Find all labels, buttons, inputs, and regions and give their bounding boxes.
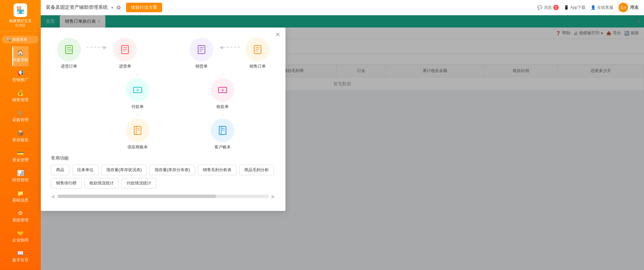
- sales-icon: [190, 38, 213, 61]
- flow-item-receipt[interactable]: ¥ 收款单: [201, 78, 245, 110]
- quick-nav-popup: ✕ 进货订单 ▶ 进货单: [41, 28, 285, 211]
- payment-label: 付款单: [132, 104, 144, 110]
- svg-rect-8: [198, 46, 205, 54]
- message-icon: 💬: [537, 5, 542, 10]
- func-btn-5[interactable]: 商品毛利分析: [239, 165, 274, 175]
- payment-icon: ¥: [126, 78, 150, 102]
- logo-icon: 🏪: [14, 3, 27, 17]
- user-area[interactable]: Ea 用友: [619, 3, 639, 12]
- dropdown-arrow[interactable]: ▾: [111, 5, 114, 10]
- nav-icon-5: 💳: [17, 150, 24, 156]
- func-buttons-row2: 销售排行榜收款情况统计付款情况统计: [51, 178, 275, 188]
- popup-overlay[interactable]: ✕ 进货订单 ▶ 进货单: [41, 15, 644, 270]
- purchase-label: 进货单: [119, 64, 131, 69]
- nav-label-1: 营销推广: [12, 77, 29, 83]
- try-button[interactable]: 体验行业方案: [126, 3, 162, 12]
- nav-icon-2: 💰: [17, 90, 24, 96]
- func-btn-4[interactable]: 销售毛利分析表: [198, 165, 237, 175]
- sidebar-nav: 🏠快捷导航📢营销推广💰销售管理🛒采购管理📦库存核算💳资金管理📊经营管理📁基础信息…: [12, 46, 29, 267]
- nav-icon-9: 🤝: [17, 230, 24, 236]
- sidebar-item-6[interactable]: 📊经营管理: [12, 166, 29, 186]
- purchase-order-icon: [57, 38, 81, 61]
- sales-order-icon: [246, 38, 269, 61]
- nav-icon-4: 📦: [17, 130, 24, 136]
- func-btn-0[interactable]: 商品: [51, 165, 69, 175]
- flow-item-purchase-order[interactable]: 进货订单: [51, 38, 87, 69]
- svg-text:¥: ¥: [136, 88, 139, 93]
- customer-ledger-label: 客户账本: [214, 144, 231, 150]
- nav-label-3: 采购管理: [12, 117, 29, 123]
- flow-item-purchase[interactable]: 进货单: [107, 38, 143, 69]
- svg-rect-20: [134, 126, 141, 134]
- nav-label-7: 基础信息: [12, 197, 29, 203]
- nav-icon-10: 📖: [17, 250, 24, 256]
- receipt-icon: ¥: [211, 78, 234, 102]
- sidebar-item-4[interactable]: 📦库存核算: [12, 126, 29, 146]
- common-functions: 常用功能 商品往来单位现存量(库存状况表)现存量(库存分布表)销售毛利分析表商品…: [51, 155, 275, 188]
- svg-rect-4: [122, 46, 128, 54]
- func-btn-3[interactable]: 现存量(库存分布表): [150, 165, 195, 175]
- sidebar-item-1[interactable]: 📢营销推广: [12, 66, 29, 86]
- func-btn-r2-2[interactable]: 付款情况统计: [122, 178, 156, 188]
- sidebar-item-2[interactable]: 💰销售管理: [12, 86, 29, 106]
- user-avatar: Ea: [619, 3, 628, 12]
- nav-label-9: 企业协同: [12, 237, 29, 243]
- nav-icon-1: 📢: [17, 70, 24, 76]
- func-btn-1[interactable]: 往来单位: [72, 165, 99, 175]
- app-download-button[interactable]: 📱 App下载: [564, 5, 586, 11]
- nav-label-2: 销售管理: [12, 97, 29, 103]
- flow-item-sales[interactable]: 销货单: [184, 38, 219, 69]
- sidebar-item-3[interactable]: 🛒采购管理: [12, 106, 29, 126]
- flow-item-payment[interactable]: ¥ 付款单: [116, 78, 160, 110]
- nav-icon-8: ⚙: [18, 210, 23, 216]
- svg-rect-24: [219, 126, 226, 134]
- popup-close-button[interactable]: ✕: [275, 31, 280, 38]
- nav-label-10: 新手引导: [12, 257, 29, 263]
- sales-label: 销货单: [195, 64, 208, 69]
- user-name: 用友: [630, 4, 639, 11]
- svg-text:¥: ¥: [221, 88, 224, 93]
- customer-ledger-icon: [211, 119, 234, 142]
- download-icon: 📱: [564, 5, 569, 10]
- nav-label-8: 系统管理: [12, 217, 29, 223]
- settings-icon[interactable]: ⚙: [116, 4, 121, 11]
- sidebar-item-9[interactable]: 🤝企业协同: [12, 227, 29, 247]
- sidebar-search[interactable]: 🔍 搜索菜单: [2, 36, 39, 43]
- sidebar-item-10[interactable]: 📖新手引导: [12, 247, 29, 267]
- sales-order-label: 销售订单: [249, 64, 266, 69]
- nav-label-5: 资金管理: [12, 157, 29, 163]
- purchase-icon: [113, 38, 137, 61]
- service-icon: 👤: [591, 5, 596, 10]
- nav-label-6: 经营管理: [12, 177, 29, 183]
- sidebar-item-0[interactable]: 🏠快捷导航: [12, 46, 29, 66]
- online-service-button[interactable]: 👤 在线客服: [591, 5, 613, 11]
- nav-label-4: 库存核算: [12, 137, 29, 143]
- common-funcs-title: 常用功能: [51, 155, 275, 161]
- flow-item-supplier-ledger[interactable]: 供应商账本: [116, 119, 160, 150]
- logo-text: 畅康通好生意 标准版: [9, 18, 32, 28]
- sidebar-item-8[interactable]: ⚙系统管理: [12, 206, 29, 227]
- nav-icon-3: 🛒: [17, 110, 24, 116]
- sidebar-item-5[interactable]: 💳资金管理: [12, 146, 29, 166]
- flow-item-sales-order[interactable]: 销售订单: [240, 38, 275, 69]
- nav-icon-7: 📁: [17, 190, 24, 196]
- func-btn-r2-1[interactable]: 收款情况统计: [84, 178, 119, 188]
- flow-item-customer-ledger[interactable]: 客户账本: [201, 119, 245, 150]
- search-icon: 🔍: [6, 37, 11, 42]
- nav-label-0: 快捷导航: [12, 57, 29, 63]
- receipt-label: 收款单: [216, 104, 229, 110]
- system-title: 装备及固定资产辅助管理系统: [46, 4, 108, 11]
- header-actions: 💬 消息 5 📱 App下载 👤 在线客服 Ea 用友: [537, 3, 639, 12]
- func-btn-r2-0[interactable]: 销售排行榜: [51, 178, 82, 188]
- sidebar-logo: 🏪 畅康通好生意 标准版: [0, 0, 41, 31]
- supplier-ledger-label: 供应商账本: [127, 144, 148, 150]
- nav-icon-6: 📊: [17, 170, 24, 176]
- purchase-order-label: 进货订单: [61, 64, 77, 69]
- header: 装备及固定资产辅助管理系统 ▾ ⚙ 体验行业方案 💬 消息 5 📱 App下载 …: [41, 0, 644, 15]
- sidebar: 🏪 畅康通好生意 标准版 🔍 搜索菜单 🏠快捷导航📢营销推广💰销售管理🛒采购管理…: [0, 0, 41, 270]
- sidebar-item-7[interactable]: 📁基础信息: [12, 186, 29, 206]
- svg-rect-12: [254, 46, 261, 54]
- message-button[interactable]: 💬 消息 5: [537, 5, 559, 11]
- func-btn-2[interactable]: 现存量(库存状况表): [101, 165, 147, 175]
- header-title-area: 装备及固定资产辅助管理系统 ▾: [46, 4, 114, 11]
